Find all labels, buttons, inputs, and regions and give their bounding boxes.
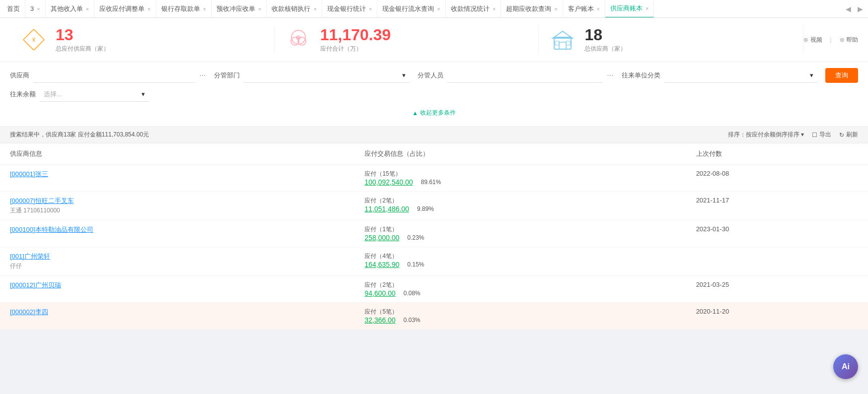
table-row: [000007]恒旺二手叉车王通 17106110000应付（2笔）11,051… — [0, 192, 868, 220]
supplier-link[interactable]: [000007]恒旺二手叉车 — [10, 197, 74, 204]
nav-collection-exec-close[interactable]: × — [313, 6, 316, 12]
supplier-link[interactable]: [000100]本特勒油品有限公司 — [10, 226, 93, 233]
nav-adjustment-label: 应收应付调整单 — [99, 4, 145, 13]
nav-overdue-query-close[interactable]: × — [554, 6, 557, 12]
tx-count: （2笔） — [376, 197, 398, 204]
payment-date: 2022-08-08 — [696, 170, 729, 177]
tx-label: 应付 — [364, 170, 376, 177]
nav-tab-3[interactable]: 3 × — [25, 0, 46, 18]
tx-label: 应付 — [364, 226, 376, 233]
nav-next-arrow[interactable]: ▶ — [854, 0, 866, 18]
stat-payable-number: 13 — [56, 27, 109, 43]
col-tx-info: 应付交易信息（占比） — [355, 143, 686, 165]
tx-cell: 应付（15笔）100,092,540.0089.61% — [355, 165, 686, 192]
nav-customer-ledger-label: 客户账本 — [568, 4, 594, 13]
nav-cash-bank-stat-label: 现金银行统计 — [327, 4, 366, 13]
balance-select[interactable]: 选择... ▾ — [40, 87, 149, 102]
nav-bank-deposit-close[interactable]: × — [203, 6, 206, 12]
dept-select[interactable]: ▾ — [244, 68, 410, 83]
nav-other-income[interactable]: 其他收入单 × — [46, 0, 94, 18]
video-link[interactable]: ⊙ 视频 — [803, 36, 822, 44]
tx-label: 应付 — [364, 281, 376, 288]
person-input[interactable] — [447, 68, 603, 83]
nav-collection-stat[interactable]: 收款情况统计 × — [446, 0, 501, 18]
amount-link[interactable]: 164,635.90 — [364, 261, 399, 268]
nav-collection-stat-close[interactable]: × — [493, 6, 496, 12]
payment-date: 2020-11-20 — [696, 308, 729, 315]
last-payment-cell: 2023-01-30 — [686, 220, 868, 247]
nav-bank-deposit[interactable]: 银行存取款单 × — [156, 0, 212, 18]
nav-supplier-ledger-close[interactable]: × — [646, 5, 649, 11]
amount-link[interactable]: 258,000.00 — [364, 234, 399, 242]
nav-cash-flow-close[interactable]: × — [437, 6, 440, 12]
nav-advance-collect-close[interactable]: × — [258, 6, 261, 12]
nav-prev-arrow[interactable]: ◀ — [842, 0, 854, 18]
export-button[interactable]: ☐ 导出 — [812, 131, 831, 139]
nav-supplier-ledger[interactable]: 供应商账本 × — [605, 0, 654, 18]
amount-link[interactable]: 94,600.00 — [364, 289, 395, 297]
help-link[interactable]: ⊙ 帮助 — [840, 36, 858, 44]
last-payment-cell: 2020-11-20 — [686, 303, 868, 329]
unit-select[interactable]: ▾ — [664, 68, 818, 83]
tx-count: （2笔） — [376, 281, 398, 288]
filter-supplier: 供应商 ··· — [10, 68, 206, 83]
payment-date: 2023-01-30 — [696, 225, 729, 233]
balance-chevron-icon: ▾ — [142, 90, 145, 98]
nav-advance-collect[interactable]: 预收冲应收单 × — [212, 0, 267, 18]
supplier-dots[interactable]: ··· — [199, 71, 206, 80]
refresh-button[interactable]: ↻ 刷新 — [839, 131, 858, 139]
amount-link[interactable]: 32,366.00 — [364, 316, 395, 324]
stat-total-suppliers: 18 总供应商（家） — [539, 26, 803, 54]
sort-button[interactable]: 排序：按应付余额倒序排序 ▾ — [728, 131, 804, 139]
pct-value: 9.89% — [417, 205, 434, 212]
filter-unit-type: 往来单位分类 ▾ — [622, 68, 818, 83]
collapse-up-icon: ▲ — [412, 110, 418, 117]
nav-collection-exec-label: 收款核销执行 — [272, 4, 310, 13]
nav-customer-ledger-close[interactable]: × — [597, 6, 600, 12]
supplier-link[interactable]: [000002]李四 — [10, 308, 48, 316]
help-icon: ⊙ — [840, 36, 845, 43]
collapse-label: 收起更多条件 — [420, 109, 456, 117]
search-button[interactable]: 查询 — [825, 68, 858, 83]
svg-rect-9 — [555, 41, 559, 45]
export-label: 导出 — [819, 131, 831, 139]
supplier-link[interactable]: [001]广州荣轩 — [10, 253, 50, 260]
store-icon — [549, 26, 577, 54]
nav-customer-ledger[interactable]: 客户账本 × — [563, 0, 605, 18]
nav-adjustment-close[interactable]: × — [147, 6, 150, 12]
person-dots[interactable]: ··· — [607, 71, 613, 80]
collapse-button[interactable]: ▲ 收起更多条件 — [404, 106, 464, 120]
last-payment-cell: 2021-11-17 — [686, 192, 868, 220]
svg-text:粮: 粮 — [296, 35, 301, 40]
nav-tab-3-close[interactable]: × — [37, 6, 40, 12]
filter-area: 供应商 ··· 分管部门 ▾ 分管人员 ··· 往来单位分类 ▾ 查询 往来 — [0, 62, 868, 127]
svg-text:¥: ¥ — [32, 37, 36, 43]
result-actions: 排序：按应付余额倒序排序 ▾ ☐ 导出 ↻ 刷新 — [728, 131, 858, 139]
supplier-link[interactable]: [000012]广州贝瑞 — [10, 281, 61, 289]
tx-cell: 应付（4笔）164,635.900.15% — [355, 247, 686, 276]
supplier-input[interactable] — [33, 68, 195, 83]
stat-total-payable-text: 11,170.39 应付合计（万） — [320, 27, 391, 53]
nav-adjustment[interactable]: 应收应付调整单 × — [94, 0, 156, 18]
svg-rect-6 — [554, 37, 571, 49]
nav-other-income-label: 其他收入单 — [51, 4, 83, 13]
tx-label: 应付 — [364, 308, 376, 315]
supplier-cell: [000007]恒旺二手叉车王通 17106110000 — [0, 192, 355, 220]
amount-link[interactable]: 11,051,486.00 — [364, 205, 409, 213]
pct-value: 0.15% — [407, 261, 424, 268]
nav-collection-exec[interactable]: 收款核销执行 × — [267, 0, 322, 18]
nav-cash-flow[interactable]: 现金银行流水查询 × — [377, 0, 445, 18]
nav-overdue-query[interactable]: 超期应收款查询 × — [501, 0, 563, 18]
payment-date: 2021-11-17 — [696, 197, 729, 204]
nav-cash-bank-stat-close[interactable]: × — [369, 6, 372, 12]
stat-total-payable-number: 11,170.39 — [320, 27, 391, 43]
top-navigation: 首页 3 × 其他收入单 × 应收应付调整单 × 银行存取款单 × 预收冲应收单… — [0, 0, 868, 18]
nav-tab-3-label: 3 — [30, 5, 34, 12]
supplier-cell: [001]广州荣轩仔仔 — [0, 247, 355, 276]
amount-link[interactable]: 100,092,540.00 — [364, 178, 413, 186]
svg-rect-8 — [559, 42, 566, 49]
nav-home[interactable]: 首页 — [2, 0, 25, 18]
supplier-link[interactable]: [000001]张三 — [10, 170, 48, 178]
nav-cash-bank-stat[interactable]: 现金银行统计 × — [322, 0, 377, 18]
nav-other-income-close[interactable]: × — [86, 6, 89, 12]
